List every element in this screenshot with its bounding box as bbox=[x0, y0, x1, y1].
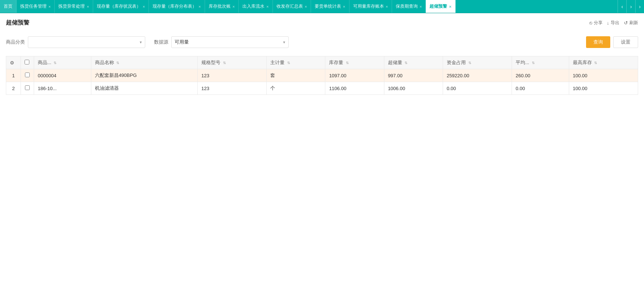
capital-header[interactable]: 资金占用 ⇅ bbox=[443, 56, 512, 69]
stock: 1097.00 bbox=[325, 69, 384, 82]
top-navigation: 首页 拣货任务管理 × 拣货异常处理 × 现存量（库存状况表） × 现存量（库存… bbox=[0, 0, 644, 13]
avg-header[interactable]: 平均... ⇅ bbox=[512, 56, 569, 69]
sort-icon: ⇅ bbox=[54, 61, 56, 65]
row-index: 2 bbox=[6, 82, 21, 95]
category-select[interactable]: ▾ bbox=[28, 36, 145, 48]
nav-tab-batch[interactable]: 库存批次账 × bbox=[205, 0, 239, 13]
unit: 套 bbox=[267, 69, 325, 82]
nav-tab-available-stock[interactable]: 可用量库存账本 × bbox=[350, 0, 392, 13]
sort-icon: ⇅ bbox=[468, 61, 471, 65]
row-checkbox-cell[interactable] bbox=[21, 69, 34, 82]
select-all-checkbox[interactable] bbox=[25, 60, 29, 64]
product-code: 0000004 bbox=[34, 69, 91, 82]
nav-tab-inout-flow[interactable]: 出入库流水 × bbox=[239, 0, 272, 13]
datasource-select[interactable]: 可用量 ▾ bbox=[171, 36, 289, 48]
stock: 1106.00 bbox=[325, 82, 384, 95]
share-icon: ⎋ bbox=[589, 20, 592, 26]
nav-tab-shelf-life[interactable]: 保质期查询 × bbox=[392, 0, 426, 13]
sort-icon: ⇅ bbox=[223, 61, 226, 65]
close-icon[interactable]: × bbox=[48, 4, 51, 9]
close-icon[interactable]: × bbox=[143, 4, 145, 9]
capital: 259220.00 bbox=[443, 69, 512, 82]
sort-icon: ⇅ bbox=[287, 61, 290, 65]
spec: 123 bbox=[197, 82, 266, 95]
sort-icon: ⇅ bbox=[346, 61, 349, 65]
close-icon[interactable]: × bbox=[266, 4, 268, 9]
refresh-icon: ↺ bbox=[624, 20, 628, 26]
overstock: 997.00 bbox=[384, 69, 443, 82]
category-filter: 商品分类 ▾ bbox=[6, 36, 145, 48]
nav-tab-summary[interactable]: 收发存汇总表 × bbox=[273, 0, 311, 13]
table-row: 2 186-10... 机油滤清器 123 个 1106.00 1006.00 … bbox=[6, 82, 638, 95]
row-index: 1 bbox=[6, 69, 21, 82]
page-title: 超储预警 bbox=[6, 19, 29, 27]
close-icon[interactable]: × bbox=[87, 4, 89, 9]
close-icon[interactable]: × bbox=[233, 4, 235, 9]
unit-header[interactable]: 主计量 ⇅ bbox=[267, 56, 325, 69]
settings-button[interactable]: 设置 bbox=[613, 36, 638, 48]
page-header: 超储预警 ⎋ 分享 ↓ 导出 ↺ 刷新 bbox=[6, 19, 638, 27]
max-stock: 100.00 bbox=[569, 82, 638, 95]
sort-icon: ⇅ bbox=[116, 61, 119, 65]
product-name: 机油滤清器 bbox=[91, 82, 197, 95]
gear-icon[interactable]: ⚙ bbox=[10, 60, 14, 66]
sort-icon: ⇅ bbox=[532, 61, 535, 65]
table-header: ⚙ 商品... ⇅ 商品名称 ⇅ 规格型号 ⇅ 主计量 bbox=[6, 56, 638, 69]
nav-tab-pick-task[interactable]: 拣货任务管理 × bbox=[17, 0, 55, 13]
product-name-header[interactable]: 商品名称 ⇅ bbox=[91, 56, 197, 69]
close-icon[interactable]: × bbox=[449, 4, 451, 9]
max-stock-header[interactable]: 最高库存 ⇅ bbox=[569, 56, 638, 69]
category-label: 商品分类 bbox=[6, 39, 25, 45]
avg: 260.00 bbox=[512, 69, 569, 82]
overstock-header[interactable]: 超储量 ⇅ bbox=[384, 56, 443, 69]
refresh-button[interactable]: ↺ 刷新 bbox=[624, 20, 638, 26]
page-content: 超储预警 ⎋ 分享 ↓ 导出 ↺ 刷新 商品分类 ▾ 数据源 bbox=[0, 13, 644, 293]
nav-tab-home[interactable]: 首页 bbox=[0, 0, 17, 13]
datasource-select-value: 可用量 bbox=[175, 39, 189, 45]
filter-buttons: 查询 设置 bbox=[586, 36, 638, 48]
share-button[interactable]: ⎋ 分享 bbox=[589, 20, 603, 26]
datasource-filter: 数据源 可用量 ▾ bbox=[154, 36, 289, 48]
nav-arrows: ‹ › › bbox=[618, 0, 644, 13]
close-icon[interactable]: × bbox=[386, 4, 388, 9]
data-table: ⚙ 商品... ⇅ 商品名称 ⇅ 规格型号 ⇅ 主计量 bbox=[6, 56, 638, 95]
filter-area: 商品分类 ▾ 数据源 可用量 ▾ 查询 设置 bbox=[6, 33, 638, 52]
spec-header[interactable]: 规格型号 ⇅ bbox=[197, 56, 266, 69]
export-button[interactable]: ↓ 导出 bbox=[607, 20, 620, 26]
avg: 0.00 bbox=[512, 82, 569, 95]
overstock: 1006.00 bbox=[384, 82, 443, 95]
row-checkbox-cell[interactable] bbox=[21, 82, 34, 95]
product-code-header[interactable]: 商品... ⇅ bbox=[34, 56, 91, 69]
nav-more-button[interactable]: › bbox=[635, 0, 644, 13]
nav-tab-stock-status[interactable]: 现存量（库存状况表） × bbox=[93, 0, 149, 13]
close-icon[interactable]: × bbox=[420, 4, 422, 9]
gear-column-header[interactable]: ⚙ bbox=[6, 56, 21, 69]
close-icon[interactable]: × bbox=[198, 4, 201, 9]
nav-tab-stock-dist[interactable]: 现存量（库存分布表） × bbox=[149, 0, 205, 13]
close-icon[interactable]: × bbox=[343, 4, 345, 9]
chevron-down-icon: ▾ bbox=[283, 40, 285, 45]
header-actions: ⎋ 分享 ↓ 导出 ↺ 刷新 bbox=[589, 20, 638, 26]
unit: 个 bbox=[267, 82, 325, 95]
nav-next-button[interactable]: › bbox=[626, 0, 635, 13]
datasource-label: 数据源 bbox=[154, 39, 168, 45]
spec: 123 bbox=[197, 69, 266, 82]
checkbox-column-header[interactable] bbox=[21, 56, 34, 69]
table-body: 1 0000004 六配套新昌490BPG 123 套 1097.00 997.… bbox=[6, 69, 638, 95]
sort-icon: ⇅ bbox=[594, 61, 597, 65]
nav-tab-overstock[interactable]: 超储预警 × bbox=[426, 0, 455, 13]
close-icon[interactable]: × bbox=[305, 4, 307, 9]
nav-prev-button[interactable]: ‹ bbox=[618, 0, 626, 13]
max-stock: 100.00 bbox=[569, 69, 638, 82]
sort-icon: ⇅ bbox=[405, 61, 407, 65]
capital: 0.00 bbox=[443, 82, 512, 95]
export-icon: ↓ bbox=[607, 20, 610, 26]
row-checkbox[interactable] bbox=[25, 73, 30, 77]
nav-tab-order-stat[interactable]: 要货单统计表 × bbox=[311, 0, 349, 13]
nav-tab-pick-exception[interactable]: 拣货异常处理 × bbox=[55, 0, 93, 13]
stock-header[interactable]: 库存量 ⇅ bbox=[325, 56, 384, 69]
row-checkbox[interactable] bbox=[25, 85, 30, 90]
query-button[interactable]: 查询 bbox=[586, 36, 610, 48]
product-code: 186-10... bbox=[34, 82, 91, 95]
table-row: 1 0000004 六配套新昌490BPG 123 套 1097.00 997.… bbox=[6, 69, 638, 82]
